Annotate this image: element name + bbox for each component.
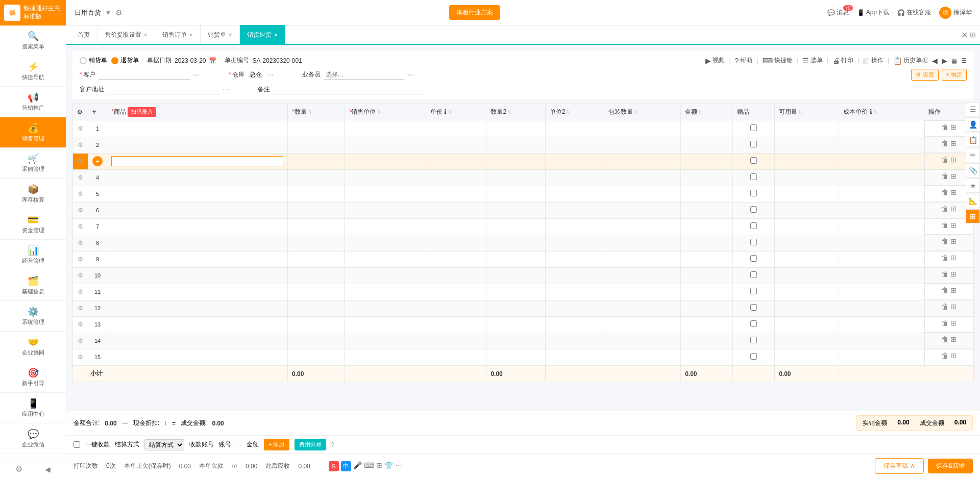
row-qty2-13[interactable] bbox=[486, 316, 545, 333]
row-price-11[interactable] bbox=[426, 284, 486, 300]
help-btn[interactable]: ?帮助 bbox=[735, 56, 753, 65]
row-cost-price-15[interactable] bbox=[839, 349, 924, 366]
prev-btn[interactable]: ◀ bbox=[932, 57, 938, 65]
user-info[interactable]: 徐 徐泽华 bbox=[939, 7, 972, 19]
gift-checkbox-9[interactable] bbox=[750, 255, 757, 262]
row-copy-icon-11[interactable]: ⊞ bbox=[950, 286, 957, 297]
row-product-12[interactable] bbox=[107, 300, 288, 316]
calendar-icon[interactable]: 📅 bbox=[209, 57, 216, 64]
row-unit-10[interactable] bbox=[345, 267, 426, 284]
row-pkg-qty-11[interactable] bbox=[604, 284, 681, 300]
operate-btn[interactable]: ▦操作 bbox=[863, 56, 884, 65]
row-gear-7[interactable]: ⚙ bbox=[73, 218, 88, 235]
row-quantity-12[interactable] bbox=[288, 300, 345, 316]
float-icon-3[interactable]: 📋 bbox=[966, 133, 980, 147]
row-amount-12[interactable] bbox=[681, 300, 733, 316]
row-available-2[interactable] bbox=[775, 137, 839, 153]
row-available-1[interactable] bbox=[775, 120, 839, 137]
float-icon-1[interactable]: ☰ bbox=[966, 102, 980, 116]
row-price-14[interactable] bbox=[426, 333, 486, 349]
row-gear-13[interactable]: ⚙ bbox=[73, 316, 88, 333]
row-available-11[interactable] bbox=[775, 284, 839, 300]
more-icon[interactable]: ⋯ bbox=[395, 461, 402, 471]
tab-price-setting[interactable]: 售价提取设置 ✕ bbox=[97, 25, 155, 44]
row-available-10[interactable] bbox=[775, 267, 839, 284]
tab-close-sales-delivery[interactable]: ✕ bbox=[228, 32, 232, 38]
row-price-4[interactable] bbox=[426, 169, 486, 186]
sidebar-item-marketing[interactable]: 📢 营销推广 bbox=[0, 87, 66, 117]
row-pkg-qty-9[interactable] bbox=[604, 251, 681, 267]
row-available-4[interactable] bbox=[775, 169, 839, 186]
salesperson-dots-btn[interactable]: ··· bbox=[407, 70, 414, 80]
float-icon-7[interactable]: 📐 bbox=[966, 194, 980, 208]
radio-return[interactable]: 退货单 bbox=[111, 56, 139, 65]
gift-checkbox-7[interactable] bbox=[750, 222, 757, 229]
row-delete-icon-13[interactable]: 🗑 bbox=[941, 319, 948, 330]
sidebar-item-sales[interactable]: 💰 销售管理 bbox=[0, 117, 66, 148]
row-quantity-6[interactable] bbox=[288, 202, 345, 218]
sidebar-collapse-icon[interactable]: ◀ bbox=[45, 465, 51, 473]
row-delete-icon-10[interactable]: 🗑 bbox=[941, 270, 948, 281]
row-quantity-11[interactable] bbox=[288, 284, 345, 300]
row-cost-price-4[interactable] bbox=[839, 169, 924, 186]
row-copy-icon-8[interactable]: ⊞ bbox=[950, 237, 957, 248]
row-delete-icon-4[interactable]: 🗑 bbox=[941, 172, 948, 183]
fee-split-btn[interactable]: 费用分摊 bbox=[295, 439, 326, 450]
row-price-1[interactable] bbox=[426, 120, 486, 137]
row-cost-price-12[interactable] bbox=[839, 300, 924, 316]
row-product-8[interactable] bbox=[107, 235, 288, 251]
gift-checkbox-6[interactable] bbox=[750, 206, 757, 213]
add-row-btn[interactable]: + bbox=[92, 156, 103, 166]
row-qty2-10[interactable] bbox=[486, 267, 545, 284]
row-copy-icon-6[interactable]: ⊞ bbox=[950, 205, 957, 216]
row-quantity-15[interactable] bbox=[288, 349, 345, 366]
sidebar-item-purchase[interactable]: 🛒 采购管理 bbox=[0, 148, 66, 179]
row-amount-9[interactable] bbox=[681, 251, 733, 267]
row-price-7[interactable] bbox=[426, 218, 486, 235]
row-amount-11[interactable] bbox=[681, 284, 733, 300]
row-qty2-9[interactable] bbox=[486, 251, 545, 267]
row-qty2-3[interactable] bbox=[486, 153, 545, 169]
gift-checkbox-1[interactable] bbox=[750, 124, 757, 131]
row-price-12[interactable] bbox=[426, 300, 486, 316]
row-unit2-11[interactable] bbox=[545, 284, 604, 300]
row-gift-15[interactable] bbox=[733, 349, 775, 366]
row-unit-13[interactable] bbox=[345, 316, 426, 333]
salesperson-input[interactable] bbox=[324, 70, 404, 80]
row-gear-1[interactable]: ⚙ bbox=[73, 120, 88, 137]
sidebar-item-search[interactable]: 🔍 搜索菜单 bbox=[0, 26, 66, 56]
row-unit-6[interactable] bbox=[345, 202, 426, 218]
row-qty2-7[interactable] bbox=[486, 218, 545, 235]
row-delete-icon-9[interactable]: 🗑 bbox=[941, 254, 948, 265]
row-gift-7[interactable] bbox=[733, 218, 775, 235]
row-price-10[interactable] bbox=[426, 267, 486, 284]
row-amount-5[interactable] bbox=[681, 186, 733, 202]
history-btn[interactable]: 📋历史单据 bbox=[893, 56, 928, 65]
row-product-3[interactable] bbox=[107, 153, 288, 169]
row-available-12[interactable] bbox=[775, 300, 839, 316]
row-price-9[interactable] bbox=[426, 251, 486, 267]
row-unit2-15[interactable] bbox=[545, 349, 604, 366]
row-qty2-12[interactable] bbox=[486, 300, 545, 316]
grid-icon[interactable]: ⊞ bbox=[376, 461, 382, 471]
row-delete-icon-11[interactable]: 🗑 bbox=[941, 286, 948, 297]
row-qty2-5[interactable] bbox=[486, 186, 545, 202]
sidebar-item-member[interactable]: 👑 畅会员 bbox=[0, 454, 66, 460]
shirt-icon[interactable]: 👕 bbox=[384, 461, 393, 471]
row-pkg-qty-3[interactable] bbox=[604, 153, 681, 169]
row-cost-price-13[interactable] bbox=[839, 316, 924, 333]
row-pkg-qty-14[interactable] bbox=[604, 333, 681, 349]
dropdown-icon[interactable]: ▼ bbox=[105, 9, 111, 16]
row-available-3[interactable] bbox=[775, 153, 839, 169]
tab-sales-order[interactable]: 销售订单 ✕ bbox=[155, 25, 201, 44]
row-qty2-6[interactable] bbox=[486, 202, 545, 218]
gift-checkbox-8[interactable] bbox=[750, 239, 757, 245]
row-product-15[interactable] bbox=[107, 349, 288, 366]
row-unit-1[interactable] bbox=[345, 120, 426, 137]
row-gear-12[interactable]: ⚙ bbox=[73, 300, 88, 316]
row-gear-8[interactable]: ⚙ bbox=[73, 235, 88, 251]
save-draft-btn[interactable]: 保存草稿 ∧ bbox=[875, 458, 924, 474]
select-btn[interactable]: ☰选单 bbox=[802, 56, 823, 65]
row-delete-icon-5[interactable]: 🗑 bbox=[941, 188, 948, 199]
row-gift-2[interactable] bbox=[733, 137, 775, 153]
